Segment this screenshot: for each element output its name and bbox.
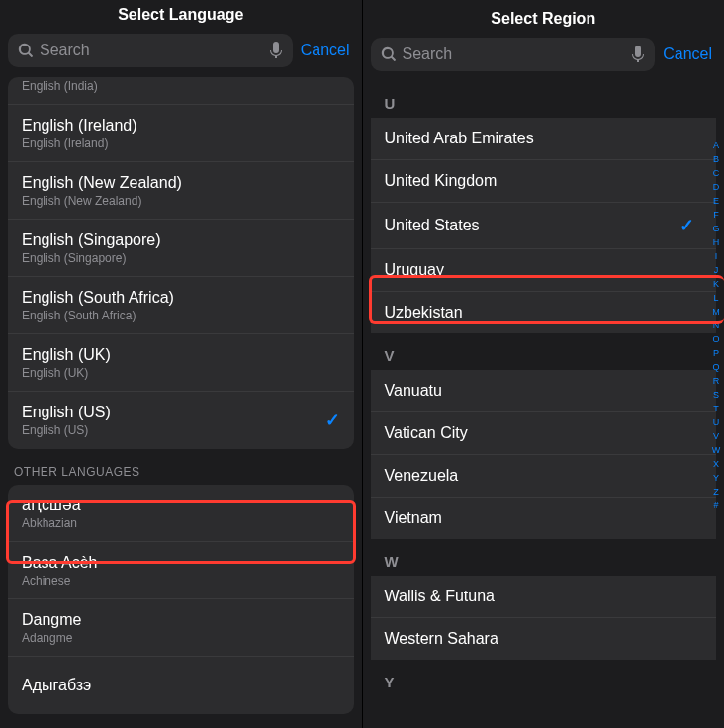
language-item-title: Адыгабзэ — [22, 677, 340, 694]
language-item-title: English (US) — [22, 404, 325, 421]
language-item-subtitle: English (UK) — [22, 366, 340, 380]
index-letter[interactable]: E — [710, 194, 722, 208]
language-item-text: Адыгабзэ — [22, 677, 340, 694]
other-languages-header: OTHER LANGUAGES — [0, 449, 362, 485]
language-item-text: Basa Acèh Achinese — [22, 554, 340, 588]
region-item-title: Western Sahara — [385, 630, 498, 648]
region-item-title: Uruguay — [385, 261, 444, 279]
index-letter[interactable]: L — [710, 291, 722, 305]
other-language-item[interactable]: Адыгабзэ — [8, 657, 354, 714]
language-item-subtitle: English (India) — [22, 79, 340, 93]
region-item-title: United Arab Emirates — [385, 130, 534, 147]
region-search-box[interactable] — [371, 38, 656, 71]
region-cancel-button[interactable]: Cancel — [663, 46, 716, 63]
language-item[interactable]: English (New Zealand) English (New Zeala… — [8, 162, 354, 220]
language-item-title: English (South Africa) — [22, 289, 340, 307]
other-language-item[interactable]: Basa Acèh Achinese — [8, 542, 354, 599]
language-panel: Select Language Cancel English (India) E… — [0, 0, 363, 728]
index-letter[interactable]: I — [710, 249, 722, 263]
region-group: VanuatuVatican CityVenezuelaVietnam — [371, 370, 717, 539]
search-icon — [18, 43, 34, 58]
index-letter[interactable]: B — [710, 152, 722, 166]
language-item-text: English (Ireland) English (Ireland) — [22, 117, 340, 150]
language-item[interactable]: English (UK) English (UK) — [8, 334, 354, 392]
index-letter[interactable]: K — [710, 277, 722, 291]
region-panel: Select Region Cancel UUnited Arab Emirat… — [363, 0, 725, 728]
index-letter[interactable]: Q — [710, 360, 722, 374]
region-item[interactable]: Vietnam — [371, 498, 717, 539]
language-item-text: English (Singapore) English (Singapore) — [22, 231, 340, 265]
index-letter[interactable]: S — [710, 388, 722, 402]
region-group: United Arab EmiratesUnited KingdomUnited… — [371, 118, 717, 333]
language-title: Select Language — [16, 6, 346, 24]
region-item[interactable]: Western Sahara — [371, 618, 717, 660]
region-item[interactable]: Wallis & Futuna — [371, 576, 717, 618]
language-search-input[interactable] — [40, 42, 263, 59]
region-title: Select Region — [379, 10, 709, 28]
language-item[interactable]: English (Singapore) English (Singapore) — [8, 220, 354, 277]
index-letter[interactable]: C — [710, 166, 722, 180]
index-letter[interactable]: X — [710, 457, 722, 471]
language-header: Select Language — [0, 0, 362, 34]
region-item[interactable]: United States✓ — [371, 203, 717, 249]
index-letter[interactable]: O — [710, 332, 722, 346]
language-search-row: Cancel — [0, 34, 362, 77]
other-language-item[interactable]: аԥсшәа Abkhazian — [8, 485, 354, 542]
language-list-group: English (India) English (India) English … — [8, 77, 354, 449]
index-letter[interactable]: G — [710, 222, 722, 235]
region-item[interactable]: United Arab Emirates — [371, 118, 717, 160]
region-item[interactable]: Vanuatu — [371, 370, 717, 412]
language-cancel-button[interactable]: Cancel — [301, 42, 354, 59]
index-letter[interactable]: H — [710, 235, 722, 249]
language-item-subtitle: Abkhazian — [22, 516, 340, 530]
mic-icon[interactable] — [269, 42, 283, 59]
language-item-title: English (Singapore) — [22, 231, 340, 249]
language-item-subtitle: English (Singapore) — [22, 251, 340, 265]
index-letter[interactable]: T — [710, 402, 722, 415]
language-item-subtitle: English (Ireland) — [22, 136, 340, 150]
language-list[interactable]: English (India) English (India) English … — [0, 77, 362, 728]
index-letter[interactable]: F — [710, 208, 722, 222]
region-item[interactable]: United Kingdom — [371, 160, 717, 203]
index-letter[interactable]: Y — [710, 471, 722, 485]
index-letter[interactable]: N — [710, 318, 722, 332]
language-item-subtitle: Achinese — [22, 574, 340, 588]
region-search-input[interactable] — [403, 46, 626, 63]
checkmark-icon: ✓ — [679, 215, 694, 236]
region-search-row: Cancel — [363, 38, 725, 81]
region-item[interactable]: Uruguay — [371, 249, 717, 292]
language-item-text: English (US) English (US) — [22, 404, 325, 437]
index-letter[interactable]: P — [710, 346, 722, 360]
index-letter[interactable]: Z — [710, 485, 722, 499]
language-item-title: Basa Acèh — [22, 554, 340, 572]
index-letter[interactable]: J — [710, 263, 722, 277]
language-item[interactable]: English (South Africa) English (South Af… — [8, 277, 354, 334]
region-item-title: Venezuela — [385, 467, 459, 485]
language-item-title: English (Ireland) — [22, 117, 340, 135]
index-letter[interactable]: A — [710, 138, 722, 152]
region-item[interactable]: Vatican City — [371, 412, 717, 455]
language-item[interactable]: English (US) English (US) ✓ — [8, 392, 354, 449]
alphabet-index[interactable]: ABCDEFGHIJKLMNOPQRSTUVWXYZ# — [710, 138, 722, 512]
index-letter[interactable]: D — [710, 180, 722, 194]
other-language-item[interactable]: Dangme Adangme — [8, 599, 354, 657]
index-letter[interactable]: # — [710, 499, 722, 512]
region-section-header: V — [371, 333, 717, 370]
index-letter[interactable]: U — [710, 415, 722, 429]
language-item-subtitle: English (South Africa) — [22, 309, 340, 322]
region-item-title: Vatican City — [385, 424, 468, 442]
region-item-title: Wallis & Futuna — [385, 588, 495, 605]
index-letter[interactable]: W — [710, 443, 722, 457]
language-item[interactable]: English (India) English (India) — [8, 77, 354, 105]
region-section-header: U — [371, 81, 717, 118]
index-letter[interactable]: V — [710, 429, 722, 443]
index-letter[interactable]: M — [710, 305, 722, 318]
region-item[interactable]: Uzbekistan — [371, 292, 717, 333]
language-item-title: English (UK) — [22, 346, 340, 364]
language-search-box[interactable] — [8, 34, 293, 67]
region-item[interactable]: Venezuela — [371, 455, 717, 498]
index-letter[interactable]: R — [710, 374, 722, 388]
region-list[interactable]: UUnited Arab EmiratesUnited KingdomUnite… — [363, 81, 725, 728]
language-item[interactable]: English (Ireland) English (Ireland) — [8, 105, 354, 162]
mic-icon[interactable] — [631, 46, 645, 63]
